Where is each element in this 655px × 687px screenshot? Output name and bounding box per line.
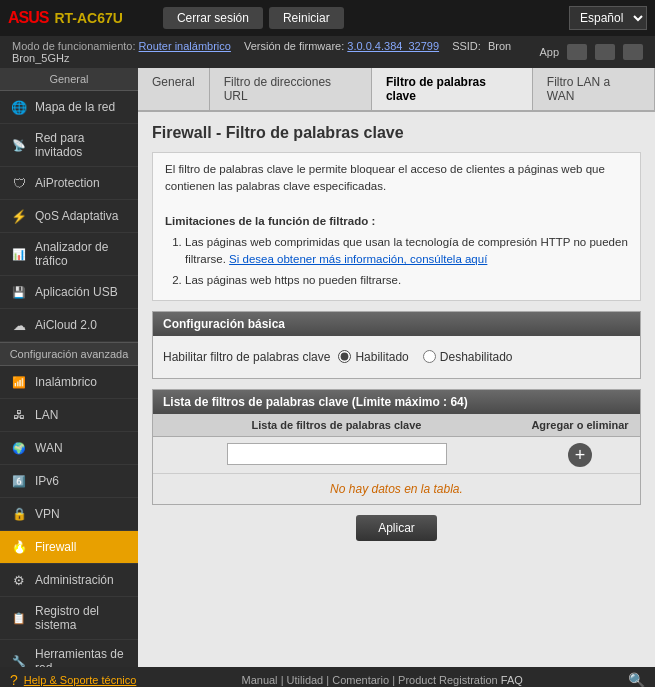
sidebar-item-inalambrico[interactable]: Inalámbrico [0,366,138,399]
filter-enable-row: Habilitar filtro de palabras clave Habil… [163,346,630,368]
footer-right: 🔍 [628,672,645,687]
limitation-2: Las páginas web https no pueden filtrars… [185,272,628,289]
help-icon: ? [10,672,18,687]
table-input-row: + [153,437,640,474]
footer-links: Manual | Utilidad | Comentario | Product… [241,674,522,686]
sidebar-label-usb: Aplicación USB [35,285,118,299]
tab-general[interactable]: General [138,68,210,110]
app-icon-2[interactable] [595,44,615,60]
footer-manual-link[interactable]: Manual [241,674,277,686]
page-content: Firewall - Filtro de palabras clave El f… [138,112,655,557]
sidebar-label-registro: Registro del sistema [35,604,128,632]
description-box: El filtro de palabras clave le permite b… [152,152,641,301]
mode-label: Modo de funcionamiento: [12,40,136,52]
sidebar-label-administracion: Administración [35,573,114,587]
more-info-link[interactable]: Si desea obtener más información, consúl… [229,253,487,265]
sidebar-item-firewall[interactable]: Firewall [0,531,138,564]
apply-button[interactable]: Aplicar [356,515,437,541]
usb-icon [10,283,28,301]
filter-list-section: Lista de filtros de palabras clave (Lími… [152,389,641,505]
page-title: Firewall - Filtro de palabras clave [152,124,641,142]
vpn-icon [10,505,28,523]
wan-icon [10,439,28,457]
language-select[interactable]: Español English [569,6,647,30]
sidebar-label-aiprotection: AiProtection [35,176,100,190]
sidebar-item-aicloud[interactable]: AiCloud 2.0 [0,309,138,342]
sidebar-label-wan: WAN [35,441,63,455]
sidebar-item-herramientas[interactable]: Herramientas de red [0,640,138,667]
sidebar-item-ipv6[interactable]: IPv6 [0,465,138,498]
app-icon-1[interactable] [567,44,587,60]
sidebar-item-aiprotection[interactable]: AiProtection [0,167,138,200]
sidebar-label-analizador: Analizador de tráfico [35,240,128,268]
sidebar-item-usb[interactable]: Aplicación USB [0,276,138,309]
sidebar-label-vpn: VPN [35,507,60,521]
filter-enable-label: Habilitar filtro de palabras clave [163,350,330,364]
info-bar-left: Modo de funcionamiento: Router inalámbri… [12,40,539,64]
radio-group: Habilitado Deshabilitado [338,350,512,364]
sidebar-item-red-invitados[interactable]: Red para invitados [0,124,138,167]
footer-comment-link[interactable]: Comentario [332,674,389,686]
app-icon-3[interactable] [623,44,643,60]
shield-icon [10,174,28,192]
footer-registration-link[interactable]: Product Registration [398,674,498,686]
ipv6-icon [10,472,28,490]
limitations-list: Las páginas web comprimidas que usan la … [185,234,628,289]
footer-left: ? Help & Soporte técnico [10,672,136,687]
sidebar-label-aicloud: AiCloud 2.0 [35,318,97,332]
search-icon[interactable]: 🔍 [628,672,645,687]
sidebar-item-wan[interactable]: WAN [0,432,138,465]
tab-nav: General Filtro de direcciones URL Filtro… [138,68,655,112]
sidebar-item-administracion[interactable]: Administración [0,564,138,597]
wifi-icon [10,136,28,154]
logout-button[interactable]: Cerrar sesión [163,7,263,29]
qos-icon [10,207,28,225]
app-label: App [539,46,559,58]
mode-value[interactable]: Router inalámbrico [139,40,231,52]
footer: ? Help & Soporte técnico Manual | Utilid… [0,667,655,687]
content-area: General Filtro de direcciones URL Filtro… [138,68,655,667]
radio-disabled[interactable]: Deshabilitado [423,350,513,364]
footer-faq: FAQ [501,674,523,686]
tools-icon [10,652,28,667]
basic-config-header: Configuración básica [153,312,640,336]
footer-utility-link[interactable]: Utilidad [287,674,324,686]
sidebar-label-red-invitados: Red para invitados [35,131,128,159]
sidebar-item-registro[interactable]: Registro del sistema [0,597,138,640]
table-column-headers: Lista de filtros de palabras clave Agreg… [153,414,640,437]
sidebar-item-lan[interactable]: LAN [0,399,138,432]
admin-icon [10,571,28,589]
keyword-input[interactable] [227,443,447,465]
sidebar-label-inalambrico: Inalámbrico [35,375,97,389]
limitations-title: Limitaciones de la función de filtrado : [165,213,628,230]
firmware-label: Versión de firmware: [244,40,344,52]
sidebar-item-vpn[interactable]: VPN [0,498,138,531]
radio-enabled-input[interactable] [338,350,351,363]
main-layout: General Mapa de la red Red para invitado… [0,68,655,667]
globe-icon [10,98,28,116]
tab-lan-wan[interactable]: Filtro LAN a WAN [533,68,655,110]
cloud-icon [10,316,28,334]
sidebar-label-lan: LAN [35,408,58,422]
sidebar-item-qos[interactable]: QoS Adaptativa [0,200,138,233]
sidebar-label-ipv6: IPv6 [35,474,59,488]
wireless-icon [10,373,28,391]
radio-disabled-input[interactable] [423,350,436,363]
description-text: El filtro de palabras clave le permite b… [165,161,628,196]
asus-logo: ASUS [8,9,48,27]
sidebar-label-qos: QoS Adaptativa [35,209,118,223]
add-button[interactable]: + [568,443,592,467]
no-data-message: No hay datos en la tabla. [153,474,640,504]
sidebar-item-mapa-red[interactable]: Mapa de la red [0,91,138,124]
lan-icon [10,406,28,424]
firmware-value[interactable]: 3.0.0.4.384_32799 [347,40,439,52]
log-icon [10,609,28,627]
restart-button[interactable]: Reiniciar [269,7,344,29]
tab-url-filter[interactable]: Filtro de direcciones URL [210,68,372,110]
col-list-header: Lista de filtros de palabras clave [153,414,520,436]
sidebar-item-analizador[interactable]: Analizador de tráfico [0,233,138,276]
info-bar: Modo de funcionamiento: Router inalámbri… [0,36,655,68]
tab-keyword-filter[interactable]: Filtro de palabras clave [372,68,533,110]
radio-enabled[interactable]: Habilitado [338,350,408,364]
help-link[interactable]: Help & Soporte técnico [24,674,137,686]
